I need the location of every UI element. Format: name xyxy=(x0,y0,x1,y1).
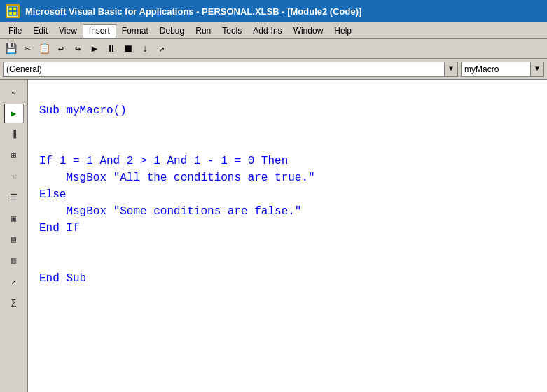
svg-rect-2 xyxy=(13,8,16,10)
code-line-empty-1 xyxy=(39,85,536,102)
hand-icon[interactable]: ☜ xyxy=(4,167,24,186)
code-line-if: If 1 = 1 And 2 > 1 And 1 - 1 = 0 Then xyxy=(39,153,536,169)
title-bar: Microsoft Visual Basic for Applications … xyxy=(0,0,547,22)
run-icon[interactable]: ▶ xyxy=(4,104,24,123)
toolbar-btn-5[interactable]: ↪ xyxy=(70,41,85,57)
code-editor[interactable]: Sub myMacro() If 1 = 1 And 2 > 1 And 1 -… xyxy=(28,80,547,392)
toolbar-btn-9[interactable]: ↓ xyxy=(137,41,153,57)
dropdown-bar: (General) ▼ myMacro ▼ xyxy=(0,59,547,80)
sheet-icon[interactable]: ▥ xyxy=(4,251,24,270)
menu-format[interactable]: Format xyxy=(116,24,154,37)
code-line-empty-5 xyxy=(39,253,536,270)
menu-run[interactable]: Run xyxy=(190,24,216,37)
menu-edit[interactable]: Edit xyxy=(27,24,53,37)
image-icon[interactable]: ▣ xyxy=(4,209,24,228)
toolbar-btn-10[interactable]: ↗ xyxy=(154,41,169,57)
code-line-sub: Sub myMacro() xyxy=(39,102,536,119)
bar-chart-icon[interactable]: ▐ xyxy=(4,125,24,144)
menu-tools[interactable]: Tools xyxy=(216,24,247,37)
code-line-msgbox2: MsgBox "Some conditions are false." xyxy=(39,203,536,220)
menu-window[interactable]: Window xyxy=(288,24,329,37)
menu-help[interactable]: Help xyxy=(328,24,357,37)
menu-view[interactable]: View xyxy=(53,24,83,37)
svg-rect-4 xyxy=(13,12,16,15)
svg-rect-3 xyxy=(9,12,12,15)
toolbar-btn-1[interactable]: 💾 xyxy=(3,41,18,57)
general-dropdown-arrow[interactable]: ▼ xyxy=(444,62,458,77)
code-line-else: Else xyxy=(39,186,536,203)
toolbar-btn-7[interactable]: ⏸ xyxy=(104,41,119,57)
left-sidebar: ↖ ▶ ▐ ⊞ ☜ ☰ ▣ ▤ ▥ ↗ ∑ xyxy=(0,80,28,392)
cursor-icon[interactable]: ↖ xyxy=(4,83,24,102)
code-line-msgbox1: MsgBox "All the conditions are true." xyxy=(39,169,536,186)
list-icon[interactable]: ☰ xyxy=(4,188,24,207)
toolbar-btn-6[interactable]: ▶ xyxy=(87,41,102,57)
window-title: Microsoft Visual Basic for Applications … xyxy=(25,6,541,17)
sigma-icon[interactable]: ∑ xyxy=(4,293,24,312)
general-dropdown[interactable]: (General) xyxy=(3,62,445,77)
toolbar-btn-4[interactable]: ↩ xyxy=(53,41,69,57)
menu-insert[interactable]: Insert xyxy=(83,24,116,38)
svg-rect-1 xyxy=(9,8,12,10)
code-line-empty-2 xyxy=(39,119,536,136)
menu-bar: File Edit View Insert Format Debug Run T… xyxy=(0,22,547,39)
main-content: (General) ▼ myMacro ▼ ↖ ▶ ▐ ⊞ ☜ ☰ ▣ ▤ ▥ … xyxy=(0,59,547,392)
toolbar-btn-2[interactable]: ✂ xyxy=(20,41,35,57)
code-line-empty-3 xyxy=(39,136,536,153)
toolbar-btn-3[interactable]: 📋 xyxy=(36,41,52,57)
form-icon[interactable]: ▤ xyxy=(4,230,24,249)
app-icon xyxy=(6,4,20,18)
grid-icon[interactable]: ⊞ xyxy=(4,146,24,165)
macro-dropdown-arrow[interactable]: ▼ xyxy=(530,62,544,77)
export-icon[interactable]: ↗ xyxy=(4,272,24,291)
toolbar-btn-8[interactable]: ⏹ xyxy=(120,41,136,57)
toolbar: 💾 ✂ 📋 ↩ ↪ ▶ ⏸ ⏹ ↓ ↗ xyxy=(0,39,547,59)
code-line-endsub: End Sub xyxy=(39,270,536,287)
code-line-empty-4 xyxy=(39,237,536,253)
menu-addins[interactable]: Add-Ins xyxy=(247,24,287,37)
code-line-endif: End If xyxy=(39,220,536,237)
menu-file[interactable]: File xyxy=(3,24,27,37)
macro-dropdown-value: myMacro xyxy=(464,64,499,74)
menu-debug[interactable]: Debug xyxy=(154,24,190,37)
